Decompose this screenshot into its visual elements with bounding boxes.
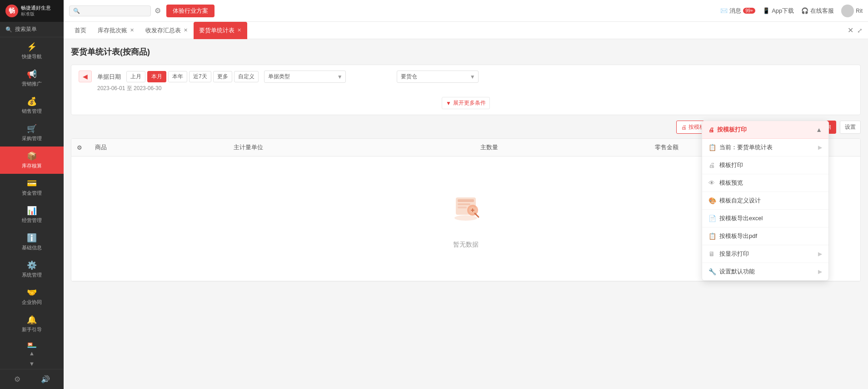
header-right: ✉️ 消息 99+ 📱 App下载 🎧 在线客服 Rit: [720, 5, 863, 17]
dropdown-export-excel[interactable]: 📄 按模板导出excel: [702, 210, 828, 227]
xiaoshou-icon: 💰: [27, 96, 37, 106]
top-header: 🔍 ⚙ 体验行业方案 ✉️ 消息 99+ 📱 App下载 🎧 在线客服 Rit: [64, 0, 868, 22]
dropdown-print-icon: 🖨: [708, 126, 714, 133]
settings-footer-btn[interactable]: ⚙: [12, 373, 22, 385]
sidebar-item-qiye[interactable]: 🤝 企业协同: [0, 283, 64, 310]
xinshou-icon: 🔔: [27, 315, 37, 325]
sidebar-item-kucun[interactable]: 📦 库存核算: [0, 147, 64, 174]
date-range-display: 2023-06-01 至 2023-06-30: [97, 85, 853, 92]
tabs-bar: 首页 库存批次账 ✕ 收发存汇总表 ✕ 要货单统计表 ✕ ✕ ⤢: [64, 22, 868, 39]
date-btn-last-month[interactable]: 上月: [126, 71, 145, 82]
yaohuo-filter: 要货仓 ▼: [397, 71, 479, 83]
col-settings[interactable]: ⚙: [71, 139, 90, 157]
filter-bar: ◀ 单据日期 上月 本月 本年 近7天 更多 自定义: [71, 65, 861, 115]
date-btn-current-month[interactable]: 本月: [147, 71, 166, 82]
display-print-icon: 🖥: [708, 250, 716, 258]
svg-rect-4: [458, 207, 467, 208]
dropdown-export-pdf[interactable]: 📋 按模板导出pdf: [702, 227, 828, 245]
sidebar-item-kuaijie[interactable]: ⚡ 快捷导航: [0, 37, 64, 65]
message-icon: ✉️: [720, 7, 728, 14]
search-bar[interactable]: 🔍: [69, 5, 151, 16]
tab-shoufahuizong[interactable]: 收发存汇总表 ✕: [140, 22, 194, 39]
tab-kucunpizhanghang[interactable]: 库存批次账 ✕: [92, 22, 140, 39]
sidebar-item-jichu[interactable]: ℹ️ 基础信息: [0, 228, 64, 256]
sidebar-scroll-up[interactable]: ▲: [0, 348, 64, 359]
app-logo-text: 畅捷通好生意 标准版: [21, 5, 51, 17]
dropdown-chevron-up-icon[interactable]: ▲: [816, 126, 822, 133]
dropdown-template-print[interactable]: 🖨 模板打印: [702, 157, 828, 174]
date-btn-current-year[interactable]: 本年: [168, 71, 187, 82]
user-profile-btn[interactable]: Rit: [841, 5, 863, 17]
sidebar-item-yingxiao[interactable]: 📢 营销推广: [0, 65, 64, 92]
print-dropdown-popup: 🖨 按模板打印 ▲ 📋 当前：要货单统计表 ▶ 🖨 模板打印: [702, 121, 829, 281]
current-label-arrow: ▶: [818, 144, 822, 151]
tab-yaohuo[interactable]: 要货单统计表 ✕: [194, 22, 247, 39]
col-unit: 主计量单位: [228, 139, 475, 157]
col-quantity: 主数量: [475, 139, 649, 157]
export-excel-icon: 📄: [708, 215, 716, 222]
settings-btn[interactable]: 设置: [840, 121, 861, 134]
empty-text: 暂无数据: [453, 241, 479, 249]
expand-more-btn[interactable]: ▼ 展开更多条件: [442, 97, 490, 109]
sidebar-item-xitong[interactable]: ⚙️ 系统管理: [0, 256, 64, 283]
avatar: [841, 5, 854, 17]
xitong-icon: ⚙️: [27, 260, 37, 270]
date-label: 单据日期: [97, 73, 121, 81]
order-type-select[interactable]: 单据类型 ▼: [264, 71, 346, 83]
tabs-close-all-btn[interactable]: ✕: [848, 26, 853, 35]
zijin-icon: 💳: [27, 178, 37, 188]
sidebar-item-jingying[interactable]: 📊 经营管理: [0, 201, 64, 228]
kucun-icon: 📦: [27, 151, 37, 161]
kuaijie-icon: ⚡: [27, 42, 37, 52]
yaohuo-select[interactable]: 要货仓 ▼: [397, 71, 479, 83]
header-gear-icon[interactable]: ⚙: [155, 6, 161, 15]
sidebar-search[interactable]: 🔍 搜索菜单: [0, 22, 64, 37]
close-tab-kucunpizhanghang[interactable]: ✕: [130, 27, 134, 33]
yingxiao-icon: 📢: [27, 69, 37, 79]
dropdown-current-label: 📋 当前：要货单统计表 ▶: [702, 139, 828, 157]
date-btn-last7days[interactable]: 近7天: [189, 71, 211, 82]
col-product: 商品: [90, 139, 228, 157]
toolbar: 🖨 按模板打印 ▲ 📤 导出 🔄 刷新 ··· 查询 设置: [71, 121, 861, 134]
template-custom-icon: 🎨: [708, 197, 716, 204]
messages-btn[interactable]: ✉️ 消息 99+: [720, 7, 755, 15]
tab-home[interactable]: 首页: [69, 22, 92, 39]
online-service-btn[interactable]: 🎧 在线客服: [801, 7, 834, 15]
date-btn-custom[interactable]: 自定义: [234, 71, 259, 82]
main-content: 🔍 ⚙ 体验行业方案 ✉️ 消息 99+ 📱 App下载 🎧 在线客服 Rit: [64, 0, 868, 389]
tabs-right: ✕ ⤢: [848, 26, 863, 35]
audio-footer-btn[interactable]: 🔊: [39, 373, 52, 385]
caigou-icon: 🛒: [27, 124, 37, 134]
template-preview-icon: 👁: [708, 179, 716, 187]
sidebar-item-zijin[interactable]: 💳 资金管理: [0, 174, 64, 201]
print-icon: 🖨: [681, 124, 687, 131]
sidebar-item-caigou[interactable]: 🛒 采购管理: [0, 119, 64, 147]
dropdown-template-preview[interactable]: 👁 模板预览: [702, 174, 828, 192]
default-func-icon: 🔧: [708, 268, 716, 275]
dropdown-display-print[interactable]: 🖥 按显示打印 ▶: [702, 245, 828, 263]
svg-rect-3: [458, 203, 470, 205]
template-print-icon: 🖨: [708, 162, 716, 169]
close-tab-shoufahuizong[interactable]: ✕: [184, 27, 188, 33]
dropdown-default-func[interactable]: 🔧 设置默认功能 ▶: [702, 263, 828, 280]
close-tab-yaohuo[interactable]: ✕: [237, 27, 241, 33]
dropdown-template-custom[interactable]: 🎨 模板自定义设计: [702, 192, 828, 210]
page-content: 要货单统计表(按商品) ◀ 单据日期 上月 本月 本年 近7天 更多 自定义: [64, 39, 868, 389]
trial-btn[interactable]: 体验行业方案: [166, 5, 215, 17]
service-icon: 🎧: [801, 7, 808, 14]
tabs-expand-btn[interactable]: ⤢: [857, 27, 863, 34]
sidebar-scroll-down[interactable]: ▼: [0, 359, 64, 369]
jingying-icon: 📊: [27, 206, 37, 216]
date-btn-more[interactable]: 更多: [213, 71, 232, 82]
app-logo-icon: 畅: [5, 5, 18, 17]
default-func-arrow-icon: ▶: [818, 268, 822, 275]
dropdown-header: 🖨 按模板打印 ▲: [702, 121, 828, 139]
sidebar-item-yingyong[interactable]: 🏪 应用中心: [0, 338, 64, 348]
sidebar-item-xinshou[interactable]: 🔔 新手引导: [0, 310, 64, 338]
date-filter: 上月 本月 本年 近7天 更多 自定义: [126, 71, 259, 82]
sidebar-item-xiaoshou[interactable]: 💰 销售管理: [0, 92, 64, 119]
sidebar-footer: ⚙ 🔊: [0, 369, 64, 389]
app-download-btn[interactable]: 📱 App下载: [763, 7, 794, 15]
messages-badge: 99+: [743, 8, 755, 14]
filter-toggle-btn[interactable]: ◀: [79, 71, 92, 82]
